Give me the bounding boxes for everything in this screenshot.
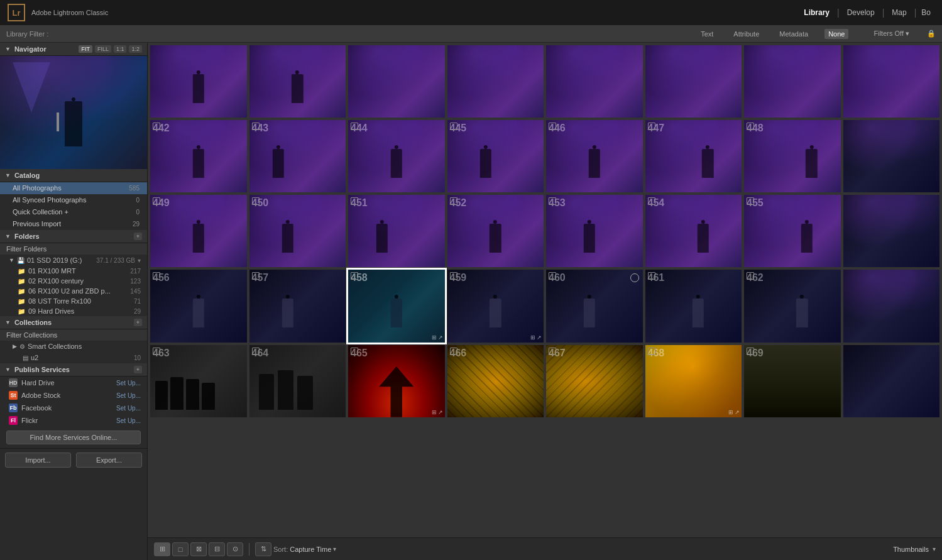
- one-to-one-btn[interactable]: 1:1: [114, 45, 127, 53]
- folder-rx100-century[interactable]: 📁 02 RX100 century 123: [0, 276, 147, 286]
- photo-450[interactable]: 450: [249, 195, 346, 267]
- photo-454[interactable]: 454: [645, 195, 742, 267]
- nav-bo[interactable]: Bo: [917, 6, 934, 19]
- filters-off-toggle[interactable]: Filters Off ▾: [874, 30, 909, 38]
- photo-464[interactable]: 464: [249, 345, 346, 417]
- folder-rx100-u2[interactable]: 📁 06 RX100 U2 and ZBD p... 145: [0, 286, 147, 296]
- photo-442[interactable]: 442: [150, 120, 247, 192]
- photo-filler-2[interactable]: [843, 195, 940, 267]
- photo-469[interactable]: 469: [744, 345, 841, 417]
- find-more-services-btn[interactable]: Find More Services Online...: [6, 431, 141, 444]
- photo-453[interactable]: 453: [546, 195, 643, 267]
- catalog-header[interactable]: ▼ Catalog: [0, 169, 147, 182]
- catalog-all-photos[interactable]: All Photographs 585: [0, 182, 147, 194]
- folder-ust-torre[interactable]: 📁 08 UST Torre Rx100 71: [0, 296, 147, 306]
- people-view-btn[interactable]: ⊙: [227, 542, 243, 556]
- folder-drive[interactable]: ▼ 💾 01 SSD 2019 (G:) 37.1 / 233 GB ▾: [0, 255, 147, 266]
- photo-468[interactable]: 468 ⊞ ↗: [645, 345, 742, 417]
- facebook-setup[interactable]: Set Up...: [116, 405, 141, 412]
- folder-rx100-mrt[interactable]: 📁 01 RX100 MRT 217: [0, 266, 147, 276]
- collections-header[interactable]: ▼ Collections +: [0, 316, 147, 329]
- adobestock-setup[interactable]: Set Up...: [116, 392, 141, 399]
- folder-icon-2: 📁: [18, 278, 25, 285]
- photo-466[interactable]: 466: [447, 345, 544, 417]
- compare-view-btn[interactable]: ⊠: [190, 542, 207, 556]
- photo-460[interactable]: 460: [546, 270, 643, 342]
- photo-445[interactable]: 445: [447, 120, 544, 192]
- photo-461[interactable]: 461: [645, 270, 742, 342]
- filter-metadata[interactable]: Metadata: [775, 29, 812, 39]
- photo-cell-top-1[interactable]: [150, 45, 247, 118]
- sort-value[interactable]: Capture Time: [290, 546, 331, 553]
- folders-header[interactable]: ▼ Folders +: [0, 230, 147, 243]
- catalog-synced[interactable]: All Synced Photographs 0: [0, 194, 147, 206]
- grid-view-btn[interactable]: ⊞: [154, 542, 170, 556]
- nav-develop[interactable]: Develop: [841, 6, 881, 19]
- photo-452[interactable]: 452: [447, 195, 544, 267]
- photo-458[interactable]: 458 ⊞ ↗: [348, 270, 445, 342]
- navigator-header[interactable]: ▼ Navigator FIT FILL 1:1 1:2: [0, 43, 147, 56]
- fit-btn[interactable]: FIT: [79, 45, 92, 53]
- catalog-quick-collection[interactable]: Quick Collection + 0: [0, 206, 147, 218]
- photo-cell-top-6[interactable]: [645, 45, 742, 118]
- lock-icon[interactable]: 🔒: [927, 30, 936, 38]
- filter-none[interactable]: None: [824, 29, 848, 39]
- import-button[interactable]: Import...: [5, 453, 71, 468]
- photo-cell-top-3[interactable]: [348, 45, 445, 118]
- flickr-setup[interactable]: Set Up...: [116, 417, 141, 424]
- harddrive-setup[interactable]: Set Up...: [116, 380, 141, 387]
- photo-filler-1[interactable]: [843, 120, 940, 192]
- nav-map[interactable]: Map: [885, 6, 912, 19]
- photo-filler-4[interactable]: [843, 345, 940, 417]
- publish-flickr[interactable]: Fl Flickr Set Up...: [0, 414, 147, 427]
- photo-463[interactable]: 463: [150, 345, 247, 417]
- sort-arrow-icon[interactable]: ▾: [333, 546, 336, 552]
- photo-459[interactable]: 459 ⊞ ↗: [447, 270, 544, 342]
- publish-add-btn[interactable]: +: [134, 366, 142, 373]
- photo-467[interactable]: 467: [546, 345, 643, 417]
- photo-447[interactable]: 447: [645, 120, 742, 192]
- catalog-previous-import[interactable]: Previous Import 29: [0, 218, 147, 230]
- photo-444[interactable]: 444: [348, 120, 445, 192]
- fill-btn[interactable]: FILL: [95, 45, 111, 53]
- publish-facebook[interactable]: Fb Facebook Set Up...: [0, 402, 147, 414]
- folder-hard-drives[interactable]: 📁 09 Hard Drives 29: [0, 306, 147, 316]
- collections-add-btn[interactable]: +: [134, 319, 142, 326]
- photo-465[interactable]: 465 ⊞ ↗: [348, 345, 445, 417]
- publish-header[interactable]: ▼ Publish Services +: [0, 363, 147, 376]
- nav-library[interactable]: Library: [797, 6, 836, 19]
- survey-view-btn[interactable]: ⊟: [209, 542, 225, 556]
- photo-cell-top-8[interactable]: [843, 45, 940, 118]
- stage-lights-top5: [546, 45, 643, 118]
- photo-cell-top-7[interactable]: [744, 45, 841, 118]
- photo-cell-top-4[interactable]: [447, 45, 544, 118]
- photo-460-badge: [549, 272, 556, 280]
- folders-add-btn[interactable]: +: [134, 233, 142, 240]
- smart-collections[interactable]: ▶ ⚙ Smart Collections: [0, 341, 147, 352]
- stage-fig-447: [702, 149, 713, 178]
- loupe-view-btn[interactable]: □: [172, 542, 189, 556]
- ratio-btn[interactable]: 1:2: [129, 45, 142, 53]
- photo-cell-top-5[interactable]: [546, 45, 643, 118]
- filter-attribute[interactable]: Attribute: [730, 29, 763, 39]
- photo-filler-3[interactable]: [843, 270, 940, 342]
- photo-457[interactable]: 457: [249, 270, 346, 342]
- photo-456[interactable]: 456: [150, 270, 247, 342]
- export-button[interactable]: Export...: [76, 453, 142, 468]
- folder-icon-4: 📁: [18, 298, 25, 305]
- photo-cell-top-2[interactable]: [249, 45, 346, 118]
- stage-fig-458: [391, 299, 402, 327]
- photo-446[interactable]: 446: [546, 120, 643, 192]
- photo-462[interactable]: 462: [744, 270, 841, 342]
- photo-448[interactable]: 448: [744, 120, 841, 192]
- photo-449[interactable]: 449: [150, 195, 247, 267]
- photo-443[interactable]: 443: [249, 120, 346, 192]
- thumbnails-arrow-icon[interactable]: ▾: [933, 546, 936, 552]
- photo-451[interactable]: 451: [348, 195, 445, 267]
- publish-harddrive[interactable]: HD Hard Drive Set Up...: [0, 376, 147, 389]
- filter-text[interactable]: Text: [697, 29, 717, 39]
- sort-toggle-btn[interactable]: ⇅: [255, 542, 271, 556]
- photo-455[interactable]: 455: [744, 195, 841, 267]
- collection-u2[interactable]: ▤ u2 10: [0, 352, 147, 363]
- publish-adobestock[interactable]: St Adobe Stock Set Up...: [0, 389, 147, 402]
